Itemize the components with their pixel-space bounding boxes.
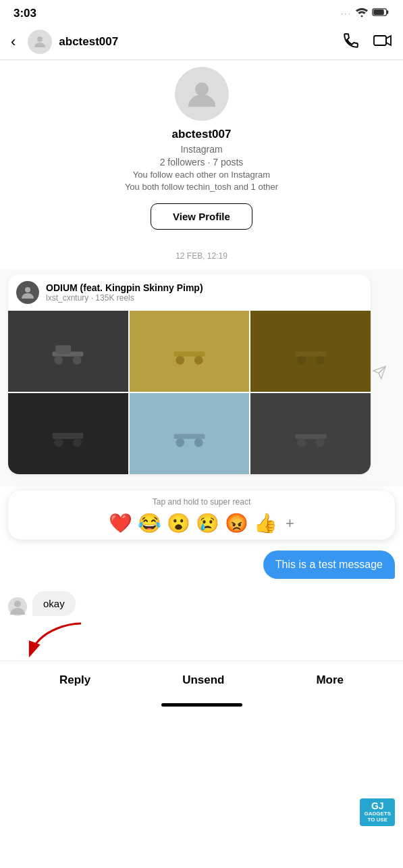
svg-point-16 (297, 355, 306, 364)
svg-point-6 (195, 82, 209, 96)
header-actions (342, 32, 392, 52)
svg-point-10 (73, 355, 82, 364)
chat-header: ‹ abctest007 (0, 24, 403, 60)
arrow-annotation (0, 620, 403, 661)
wifi-icon (356, 7, 368, 20)
watermark-text: GADGETSTO USE (364, 811, 391, 823)
header-username[interactable]: abctest007 (59, 35, 335, 49)
reel-cell-3 (250, 311, 371, 392)
call-icon[interactable] (342, 32, 360, 52)
header-avatar[interactable] (28, 30, 52, 54)
home-bar (161, 703, 242, 707)
svg-point-19 (55, 438, 63, 446)
bottom-action-bar: Reply Unsend More (0, 661, 403, 696)
reaction-heart[interactable]: ❤️ (109, 512, 132, 534)
reaction-laugh[interactable]: 😂 (138, 512, 161, 534)
reaction-hint: Tap and hold to super react (11, 497, 392, 507)
watermark-logo: GJ (364, 801, 391, 811)
svg-rect-5 (374, 36, 386, 45)
status-icons: ··· (341, 7, 389, 20)
profile-section: abctest007 Instagram 2 followers · 7 pos… (0, 60, 403, 243)
reel-card[interactable]: ODIUM (feat. Kingpin Skinny Pimp) lxst_c… (8, 274, 371, 474)
svg-rect-24 (295, 434, 326, 438)
unsend-button[interactable]: Unsend (176, 671, 231, 690)
svg-point-13 (176, 355, 184, 364)
reaction-bar: Tap and hold to super react ❤️ 😂 😮 😢 😡 👍… (8, 490, 395, 540)
svg-rect-21 (174, 434, 205, 438)
profile-stats: 2 followers · 7 posts (160, 157, 244, 168)
home-indicator (0, 696, 403, 711)
received-message-section: okay (0, 591, 403, 616)
svg-rect-11 (55, 345, 71, 354)
more-button[interactable]: More (309, 671, 350, 690)
reel-cell-6 (250, 393, 371, 474)
profile-avatar[interactable] (175, 67, 229, 121)
reel-grid[interactable] (8, 311, 371, 474)
svg-point-22 (176, 438, 184, 446)
sent-message-bubble[interactable]: This is a test message (263, 551, 395, 579)
reel-card-wrapper: ODIUM (feat. Kingpin Skinny Pimp) lxst_c… (8, 274, 395, 474)
send-icon (372, 365, 387, 384)
messages-area: This is a test message (0, 544, 403, 591)
watermark: GJ GADGETSTO USE (360, 798, 395, 826)
status-bar: 3:03 ··· (0, 0, 403, 24)
date-divider: 12 FEB, 12:19 (0, 243, 403, 269)
received-message-bubble[interactable]: okay (32, 591, 76, 616)
reaction-sad[interactable]: 😢 (196, 512, 219, 534)
profile-follow-info-1: You follow each other on Instagram (133, 170, 270, 180)
reaction-thumbsup[interactable]: 👍 (254, 512, 277, 534)
svg-point-7 (25, 287, 30, 292)
reel-cell-1 (8, 311, 128, 392)
chat-area: ODIUM (feat. Kingpin Skinny Pimp) lxst_c… (0, 269, 403, 486)
profile-follow-info-2: You both follow techin_tosh and 1 other (125, 182, 278, 192)
svg-point-26 (315, 438, 324, 446)
reaction-wow[interactable]: 😮 (167, 512, 190, 534)
reel-cell-2 (130, 311, 250, 392)
reel-cell-4 (8, 393, 128, 474)
back-button[interactable]: ‹ (11, 30, 21, 53)
reaction-angry[interactable]: 😡 (225, 512, 248, 534)
svg-point-14 (194, 355, 203, 364)
svg-point-0 (361, 16, 363, 18)
svg-point-25 (297, 438, 306, 446)
reaction-more-button[interactable]: + (286, 515, 294, 532)
reel-info: ODIUM (feat. Kingpin Skinny Pimp) lxst_c… (46, 282, 203, 303)
svg-point-4 (37, 36, 43, 42)
battery-icon (372, 7, 389, 20)
svg-point-20 (73, 438, 82, 446)
profile-platform: Instagram (180, 144, 222, 155)
reel-cell-5 (130, 393, 250, 474)
signal-icon: ··· (341, 9, 352, 18)
profile-name: abctest007 (172, 128, 232, 141)
svg-rect-3 (373, 9, 384, 15)
reel-title: ODIUM (feat. Kingpin Skinny Pimp) (46, 282, 203, 293)
sent-message-row: This is a test message (8, 551, 395, 579)
reaction-emojis: ❤️ 😂 😮 😢 😡 👍 + (11, 512, 392, 534)
svg-rect-12 (174, 351, 205, 356)
video-icon[interactable] (373, 32, 392, 52)
svg-rect-2 (387, 10, 389, 14)
view-profile-button[interactable]: View Profile (151, 203, 252, 230)
reply-button[interactable]: Reply (53, 671, 97, 690)
reel-subtitle: lxst_cxntury · 135K reels (46, 293, 203, 303)
status-time: 3:03 (14, 7, 36, 20)
svg-rect-15 (295, 351, 326, 356)
svg-point-17 (315, 355, 324, 364)
svg-point-9 (55, 355, 63, 364)
sender-avatar (8, 597, 27, 616)
received-message-row: okay (8, 591, 395, 616)
svg-rect-18 (53, 432, 84, 438)
reel-header: ODIUM (feat. Kingpin Skinny Pimp) lxst_c… (8, 274, 371, 311)
svg-point-29 (14, 601, 21, 607)
svg-point-23 (194, 438, 203, 446)
reel-avatar (16, 281, 39, 304)
